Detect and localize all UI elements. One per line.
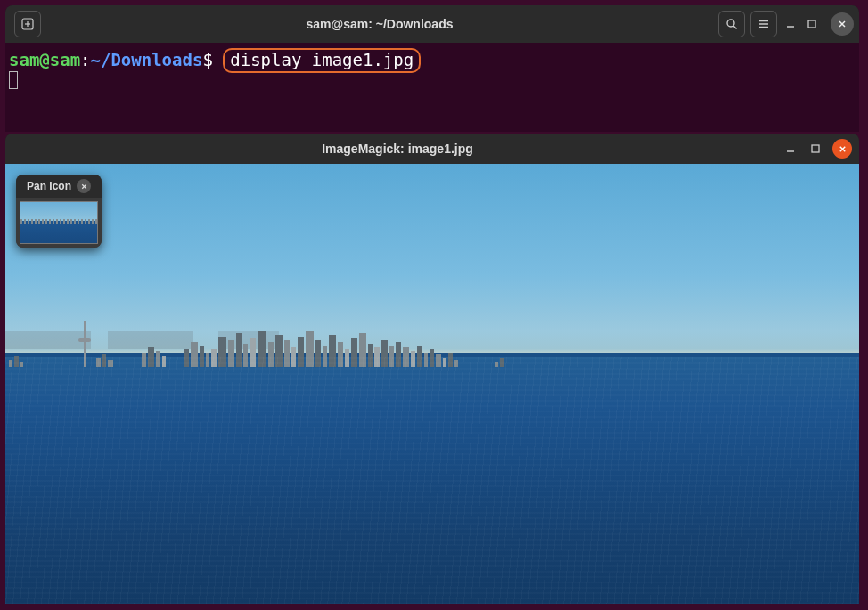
svg-line-4: [733, 26, 737, 29]
terminal-titlebar[interactable]: sam@sam: ~/Downloads: [5, 5, 859, 43]
pan-thumbnail[interactable]: [20, 201, 98, 244]
minimize-icon: [785, 19, 796, 29]
viewer-body[interactable]: Pan Icon: [5, 164, 859, 604]
terminal-body[interactable]: sam@sam:~/Downloads$ display image1.jpg: [5, 43, 859, 132]
terminal-window: sam@sam: ~/Downloads: [5, 5, 859, 132]
prompt-symbol: $: [202, 50, 212, 69]
terminal-close-button[interactable]: [831, 12, 854, 36]
maximize-icon: [807, 19, 817, 29]
prompt-path: ~/Downloads: [91, 50, 203, 69]
new-tab-button[interactable]: [14, 11, 41, 37]
minimize-icon: [785, 143, 796, 154]
new-tab-icon: [21, 18, 34, 30]
viewer-title: ImageMagick: image1.jpg: [12, 142, 782, 156]
search-icon: [725, 18, 738, 30]
viewer-minimize-button[interactable]: [782, 141, 798, 157]
terminal-cursor: [9, 71, 18, 89]
pan-titlebar[interactable]: Pan Icon: [16, 175, 102, 198]
terminal-line: sam@sam:~/Downloads$ display image1.jpg: [9, 50, 856, 69]
close-icon: [80, 183, 88, 191]
close-icon: [838, 144, 848, 154]
maximize-icon: [810, 143, 821, 154]
prompt-user-host: sam@sam: [9, 50, 80, 69]
terminal-title: sam@sam: ~/Downloads: [41, 17, 718, 31]
menu-button[interactable]: [750, 11, 777, 37]
prompt-separator: :: [80, 50, 90, 69]
desktop: sam@sam: ~/Downloads: [0, 0, 868, 610]
svg-rect-13: [812, 145, 819, 152]
displayed-image: [5, 164, 859, 604]
viewer-titlebar[interactable]: ImageMagick: image1.jpg: [5, 134, 859, 164]
search-button[interactable]: [718, 11, 745, 37]
pan-title: Pan Icon: [27, 180, 71, 192]
svg-rect-9: [808, 20, 815, 28]
svg-point-3: [727, 20, 734, 27]
hamburger-icon: [757, 18, 770, 30]
imagemagick-window: ImageMagick: image1.jpg: [5, 134, 859, 604]
image-water: [5, 357, 859, 604]
terminal-maximize-button[interactable]: [804, 16, 820, 32]
viewer-maximize-button[interactable]: [807, 141, 823, 157]
pan-icon-window[interactable]: Pan Icon: [16, 175, 102, 248]
terminal-minimize-button[interactable]: [782, 16, 798, 32]
command-highlight: display image1.jpg: [223, 48, 421, 73]
pan-close-button[interactable]: [77, 179, 91, 193]
viewer-close-button[interactable]: [832, 139, 852, 159]
close-icon: [837, 19, 848, 29]
pan-body[interactable]: [16, 198, 102, 248]
